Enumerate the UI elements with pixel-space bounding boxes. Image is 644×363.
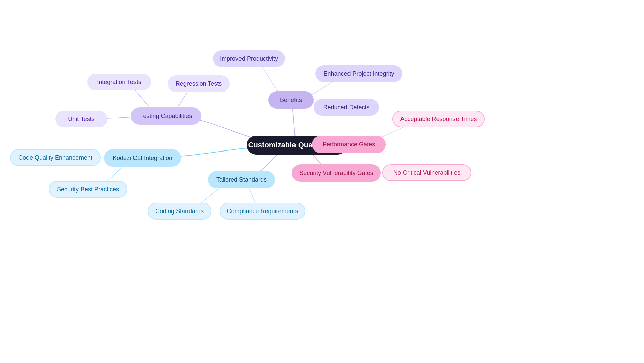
- node-reduced-defects: Reduced Defects: [314, 99, 379, 116]
- node-tailored-standards: Tailored Standards: [208, 171, 275, 188]
- node-enhanced-project-integrity: Enhanced Project Integrity: [315, 65, 402, 82]
- node-integration-tests: Integration Tests: [87, 74, 151, 90]
- node-improved-productivity: Improved Productivity: [213, 50, 285, 67]
- node-performance-gates: Performance Gates: [312, 136, 386, 153]
- node-security-vulnerability-gates: Security Vulnerability Gates: [292, 164, 381, 182]
- node-coding-standards: Coding Standards: [148, 203, 211, 220]
- node-kodezi-cli-integration: Kodezi CLI Integration: [104, 149, 181, 167]
- node-code-quality-enhancement: Code Quality Enhancement: [10, 149, 101, 166]
- node-testing-capabilities: Testing Capabilities: [131, 107, 201, 125]
- node-security-best-practices: Security Best Practices: [49, 181, 127, 198]
- node-benefits: Benefits: [268, 91, 314, 109]
- node-compliance-requirements: Compliance Requirements: [220, 203, 305, 220]
- node-no-critical-vulnerabilities: No Critical Vulnerabilities: [382, 164, 471, 181]
- node-acceptable-response-times: Acceptable Response Times: [392, 111, 485, 127]
- mindmap-container: Customizable Quality Gates Testing Capab…: [0, 0, 644, 363]
- node-regression-tests: Regression Tests: [168, 75, 230, 92]
- node-unit-tests: Unit Tests: [55, 111, 107, 127]
